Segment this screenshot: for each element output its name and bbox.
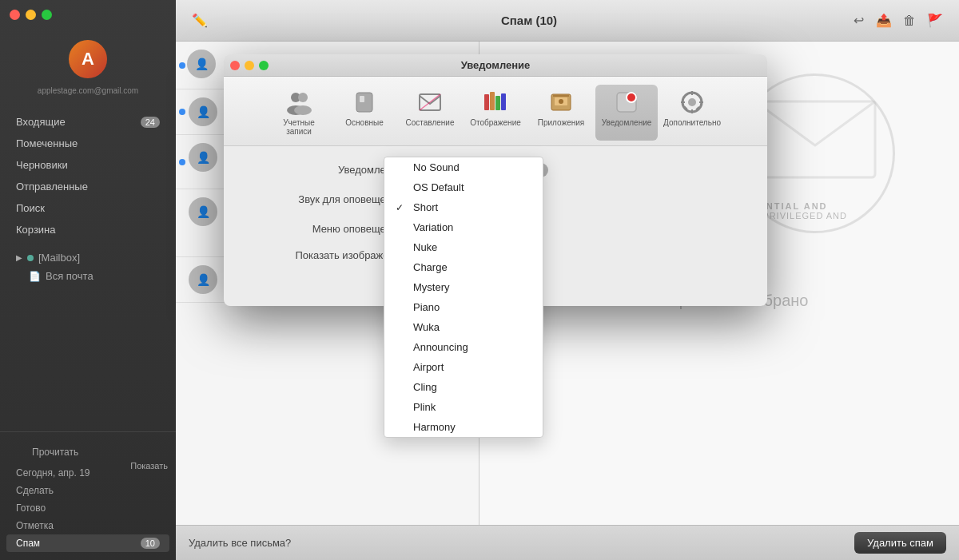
dropdown-item-label: Charge — [413, 261, 448, 273]
dropdown-item-label: Piano — [413, 301, 440, 313]
dropdown-item-label: Airport — [413, 361, 444, 373]
bottom-bar: Удалить все письма? Удалить спам — [176, 525, 959, 560]
inbox-label: Входящие — [16, 116, 66, 128]
dropdown-item-label: Harmony — [413, 421, 456, 433]
dropdown-item-label: OS Default — [413, 181, 464, 193]
flag-item[interactable]: Отметка — [0, 517, 176, 534]
preferences-dialog: Уведомление Учетные записи — [224, 54, 767, 306]
dropdown-item-label: No Sound — [413, 161, 460, 173]
sidebar-item-drafts[interactable]: Черновики — [0, 154, 176, 176]
svg-rect-5 — [356, 93, 372, 112]
tab-apps[interactable]: Приложения — [530, 85, 592, 141]
tab-compose[interactable]: Составление — [399, 85, 461, 141]
dropdown-item-label: Announcing — [413, 341, 468, 353]
svg-rect-12 — [501, 93, 506, 110]
ready-item[interactable]: Готово — [0, 499, 176, 517]
inbox-badge: 24 — [141, 117, 160, 128]
sidebar-item-sent[interactable]: Отправленные — [0, 176, 176, 197]
unread-dot — [179, 159, 185, 165]
dropdown-item-harmony[interactable]: Harmony — [384, 417, 543, 437]
all-mail-doc-icon: 📄 — [29, 271, 41, 282]
svg-point-2 — [298, 93, 308, 102]
sidebar-item-flagged[interactable]: Помеченные — [0, 133, 176, 154]
delete-spam-button[interactable]: Удалить спам — [854, 532, 946, 554]
sent-label: Отправленные — [16, 181, 88, 193]
dropdown-item-os-default[interactable]: OS Default — [384, 177, 543, 197]
tab-display[interactable]: Отображение — [464, 85, 527, 141]
sidebar-item-inbox[interactable]: Входящие 24 — [0, 111, 176, 133]
dropdown-item-piano[interactable]: Piano — [384, 297, 543, 317]
svg-rect-6 — [360, 96, 364, 102]
svg-rect-24 — [699, 101, 703, 103]
flagged-label: Помеченные — [16, 137, 78, 149]
dropdown-item-no-sound[interactable]: No Sound — [384, 157, 543, 177]
accounts-icon — [286, 89, 312, 115]
display-icon — [483, 89, 508, 115]
minimize-button[interactable] — [26, 10, 36, 20]
mailbox-bullet-icon — [27, 255, 34, 261]
expand-arrow-icon: ▶ — [16, 253, 22, 262]
tab-accounts[interactable]: Учетные записи — [268, 85, 330, 141]
svg-rect-21 — [691, 91, 693, 95]
tab-notifications-label: Уведомление — [602, 118, 652, 127]
compose-icon: ✏️ — [192, 13, 208, 28]
drafts-label: Черновики — [16, 159, 68, 171]
tab-general[interactable]: Основные — [333, 85, 396, 141]
email-avatar: 👤 — [187, 50, 216, 78]
sidebar-mailbox[interactable]: ▶ [Mailbox] — [0, 248, 176, 267]
toolbar-right-buttons: ↩ 📤 🗑 🚩 — [847, 10, 946, 32]
close-button[interactable] — [10, 10, 20, 20]
sidebar-item-trash[interactable]: Корзина — [0, 219, 176, 240]
dropdown-item-label: Nuke — [413, 241, 437, 253]
compose-button[interactable]: ✏️ — [189, 10, 211, 32]
dropdown-item-airport[interactable]: Airport — [384, 357, 543, 377]
dropdown-item-short[interactable]: ✓ Short — [384, 197, 543, 217]
dropdown-item-wuka[interactable]: Wuka — [384, 317, 543, 337]
apps-icon — [548, 89, 574, 115]
dropdown-item-label: Mystery — [413, 281, 450, 293]
prefs-traffic-lights — [230, 61, 269, 70]
dropdown-item-label: Cling — [413, 381, 437, 393]
dropdown-item-label: Short — [413, 201, 438, 213]
prefs-title: Уведомление — [461, 59, 531, 71]
notifications-icon — [614, 89, 639, 115]
dropdown-item-cling[interactable]: Cling — [384, 377, 543, 397]
reply-button[interactable]: ↩ — [847, 10, 869, 32]
prefs-maximize-button[interactable] — [259, 61, 269, 70]
dropdown-item-mystery[interactable]: Mystery — [384, 277, 543, 297]
delete-button[interactable]: 🗑 — [898, 10, 921, 32]
dropdown-item-nuke[interactable]: Nuke — [384, 237, 543, 257]
sound-dropdown: No Sound OS Default ✓ Short Variation Nu… — [384, 157, 543, 438]
email-avatar: 👤 — [189, 97, 217, 126]
delete-all-text: Удалить все письма? — [189, 537, 291, 549]
sidebar-all-mail[interactable]: 📄 Вся почта — [0, 267, 176, 285]
mailbox-label: [Mailbox] — [38, 252, 80, 264]
svg-rect-22 — [691, 109, 693, 113]
sidebar-bottom: Прочитать Показать Сегодня, апр. 19 Сдел… — [0, 431, 176, 560]
maximize-button[interactable] — [42, 10, 52, 20]
sidebar: A applestage.com@gmail.com Входящие 24 П… — [0, 0, 176, 560]
dropdown-item-announcing[interactable]: Announcing — [384, 337, 543, 357]
dropdown-item-label: Wuka — [413, 321, 440, 333]
dropdown-item-label: Plink — [413, 401, 436, 413]
spam-item[interactable]: Спам 10 — [6, 534, 169, 552]
archive-button[interactable]: 📤 — [873, 10, 895, 32]
dropdown-item-plink[interactable]: Plink — [384, 397, 543, 417]
avatar: A — [69, 40, 107, 78]
prefs-close-button[interactable] — [230, 61, 240, 70]
read-item[interactable]: Прочитать — [16, 443, 160, 461]
tab-notifications[interactable]: Уведомление — [595, 85, 658, 141]
toolbar-title: Спам (10) — [211, 14, 847, 27]
dropdown-item-variation[interactable]: Variation — [384, 217, 543, 237]
sidebar-email: applestage.com@gmail.com — [0, 86, 176, 95]
show-link[interactable]: Показать — [130, 461, 168, 471]
toolbar-left-buttons: ✏️ — [189, 10, 211, 32]
tab-advanced[interactable]: Дополнительно — [661, 85, 723, 141]
prefs-minimize-button[interactable] — [245, 61, 254, 70]
make-item[interactable]: Сделать — [0, 482, 176, 499]
sidebar-item-search[interactable]: Поиск — [0, 197, 176, 219]
dropdown-item-charge[interactable]: Charge — [384, 257, 543, 277]
svg-point-15 — [559, 99, 563, 104]
svg-point-18 — [627, 93, 636, 102]
mark-button[interactable]: 🚩 — [924, 10, 946, 32]
